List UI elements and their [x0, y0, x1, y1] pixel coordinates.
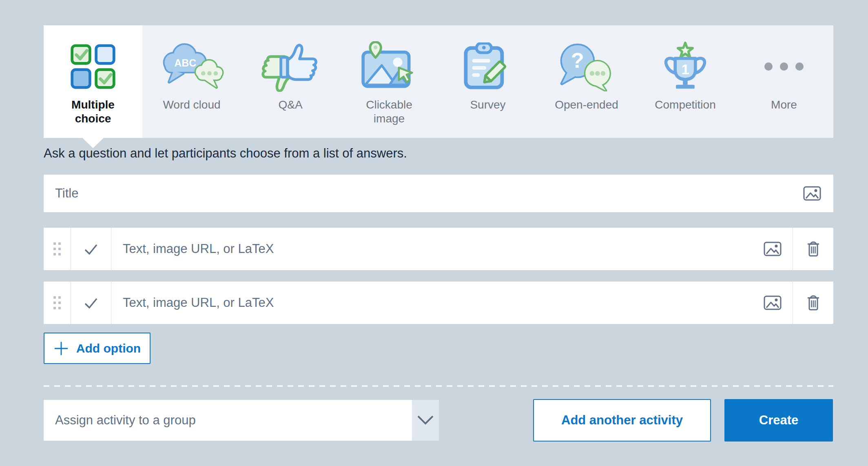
- trash-icon: [805, 294, 822, 311]
- multiple-choice-icon: [70, 37, 116, 96]
- word-cloud-abc-text: ABC: [174, 57, 196, 69]
- question-mark-text: ?: [571, 49, 584, 72]
- thumbs-up-down-icon: [260, 37, 321, 96]
- tab-label: Multiple choice: [56, 98, 130, 125]
- image-icon: [803, 186, 821, 201]
- select-chevron-box: [412, 400, 439, 441]
- tab-label: Clickable image: [352, 98, 426, 125]
- image-icon: [764, 242, 782, 257]
- tab-label: Open-ended: [555, 98, 618, 112]
- option-input[interactable]: [111, 228, 753, 270]
- tab-competition[interactable]: 1 Competition: [636, 25, 735, 138]
- add-another-activity-button[interactable]: Add another activity: [533, 399, 711, 442]
- image-icon: [764, 295, 782, 311]
- tab-more[interactable]: More: [735, 25, 833, 138]
- trash-icon: [805, 240, 822, 257]
- title-add-image-button[interactable]: [791, 175, 833, 212]
- chevron-down-icon: [416, 415, 434, 426]
- option-input[interactable]: [111, 282, 753, 324]
- drag-dots-icon: [53, 242, 61, 256]
- competition-trophy-icon: 1: [658, 37, 713, 96]
- correct-answer-toggle[interactable]: [71, 282, 111, 324]
- drag-dots-icon: [53, 296, 61, 310]
- option-add-image-button[interactable]: [753, 282, 793, 324]
- tab-survey[interactable]: Survey: [438, 25, 537, 138]
- survey-icon: [462, 37, 514, 96]
- activity-description: Ask a question and let participants choo…: [44, 146, 407, 161]
- assign-group-placeholder: Assign activity to a group: [44, 413, 412, 428]
- tab-label: Word cloud: [163, 98, 220, 112]
- assign-group-select[interactable]: Assign activity to a group: [44, 400, 439, 441]
- tab-clickable-image[interactable]: Clickable image: [340, 25, 438, 138]
- tab-qa[interactable]: Q&A: [241, 25, 340, 138]
- add-option-label: Add option: [76, 342, 141, 355]
- create-activity-screen: Multiple choice ABC: [0, 0, 868, 466]
- clickable-image-icon: [360, 37, 418, 96]
- tab-multiple-choice[interactable]: Multiple choice: [44, 25, 142, 138]
- title-row: [44, 175, 833, 212]
- create-button[interactable]: Create: [724, 399, 833, 442]
- tab-label: More: [771, 98, 797, 112]
- tab-word-cloud[interactable]: ABC Word cloud: [142, 25, 241, 138]
- option-delete-button[interactable]: [793, 282, 833, 324]
- star-icon: [678, 43, 693, 57]
- option-drag-handle[interactable]: [44, 228, 71, 270]
- title-input[interactable]: [44, 186, 791, 201]
- section-divider: [44, 385, 833, 387]
- more-dots-icon: [760, 37, 808, 96]
- add-option-button[interactable]: Add option: [44, 333, 151, 364]
- option-row: [44, 282, 833, 324]
- option-row: [44, 228, 833, 270]
- correct-answer-toggle[interactable]: [71, 228, 111, 270]
- tab-label: Competition: [655, 98, 715, 112]
- check-icon: [83, 242, 99, 256]
- rank-number-text: 1: [681, 62, 689, 77]
- option-drag-handle[interactable]: [44, 282, 71, 324]
- open-ended-icon: ?: [557, 37, 616, 96]
- tab-label: Q&A: [278, 98, 302, 112]
- tab-open-ended[interactable]: ? Open-ended: [537, 25, 636, 138]
- check-icon: [83, 296, 99, 310]
- option-delete-button[interactable]: [793, 228, 833, 270]
- option-add-image-button[interactable]: [753, 228, 793, 270]
- tab-label: Survey: [470, 98, 505, 112]
- plus-icon: [53, 341, 69, 356]
- activity-type-tabs: Multiple choice ABC: [44, 25, 833, 138]
- word-cloud-icon: ABC: [159, 37, 224, 96]
